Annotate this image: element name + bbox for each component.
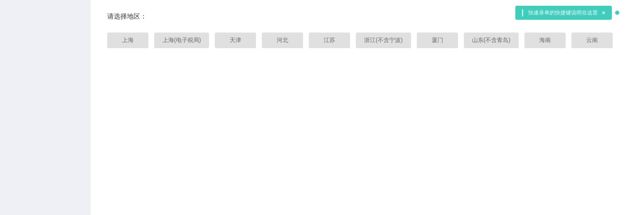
main-content: 请选择地区： 上海上海(电子税局)天津河北江苏浙江(不含宁波)厦门山东(不含青岛… — [91, 0, 644, 215]
region-button-xiamen[interactable]: 厦门 — [417, 33, 458, 48]
region-button-hainan[interactable]: 海南 — [524, 33, 566, 48]
region-button-hebei[interactable]: 河北 — [262, 33, 303, 48]
region-button-tianjin[interactable]: 天津 — [215, 33, 256, 48]
tooltip-bubble: 快速录单的快捷键说明在这里 × — [515, 6, 612, 20]
region-button-shanghai-etax[interactable]: 上海(电子税局) — [154, 33, 209, 48]
sidebar — [0, 0, 91, 215]
region-button-shandong[interactable]: 山东(不含青岛) — [464, 33, 519, 48]
tooltip-close-button[interactable]: × — [602, 9, 605, 16]
region-button-zhejiang[interactable]: 浙江(不含宁波) — [356, 33, 411, 48]
tooltip-text: 快速录单的快捷键说明在这里 — [528, 9, 598, 16]
region-buttons: 上海上海(电子税局)天津河北江苏浙江(不含宁波)厦门山东(不含青岛)海南云南 — [107, 33, 628, 48]
tooltip-container: 快速录单的快捷键说明在这里 × — [515, 6, 619, 20]
region-button-shanghai[interactable]: 上海 — [107, 33, 148, 48]
tooltip-dot — [615, 11, 619, 15]
region-button-yunnan[interactable]: 云南 — [571, 33, 613, 48]
region-button-jiangsu[interactable]: 江苏 — [309, 33, 350, 48]
